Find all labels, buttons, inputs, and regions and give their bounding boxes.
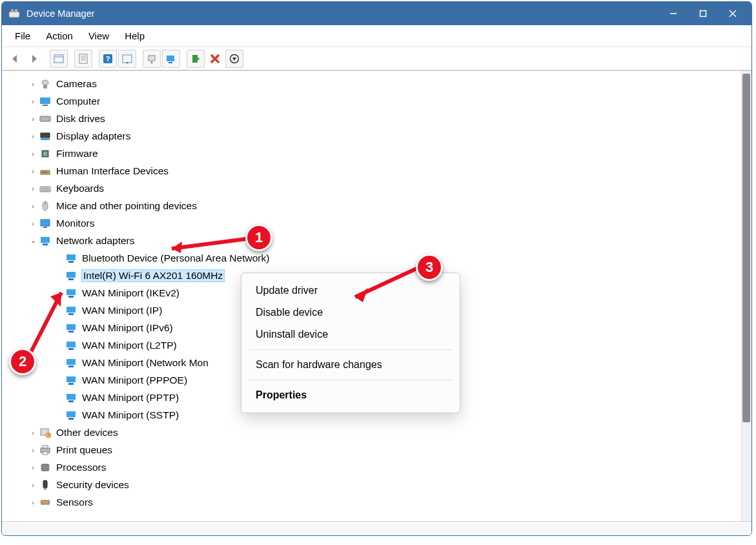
svg-rect-58 xyxy=(66,342,76,347)
expander-icon[interactable]: › xyxy=(28,218,38,229)
svg-point-25 xyxy=(42,80,48,85)
expander-icon[interactable]: › xyxy=(28,79,38,89)
expander-icon[interactable]: › xyxy=(28,480,38,490)
tree-device-btpan[interactable]: Bluetooth Device (Personal Area Network) xyxy=(10,249,741,267)
category-label: Cameras xyxy=(56,78,97,90)
scrollbar-thumb[interactable] xyxy=(742,74,750,422)
svg-rect-81 xyxy=(41,500,49,504)
update-driver-button[interactable] xyxy=(143,50,161,68)
svg-rect-60 xyxy=(66,359,76,365)
expander-icon[interactable]: › xyxy=(28,114,38,124)
annotation-badge-3: 3 xyxy=(416,254,443,281)
tree-category-sensors[interactable]: ›Sensors xyxy=(10,493,741,511)
network-adapter-icon xyxy=(65,270,77,282)
svg-rect-7 xyxy=(54,55,63,63)
vertical-scrollbar[interactable] xyxy=(741,71,751,521)
tree-category-display[interactable]: ›Display adapters xyxy=(10,127,741,145)
menu-action[interactable]: Action xyxy=(38,26,81,45)
device-label: WAN Miniport (IPv6) xyxy=(82,322,173,334)
tree-category-disk[interactable]: ›Disk drives xyxy=(10,110,741,127)
context-menu-update[interactable]: Update driver xyxy=(241,280,460,302)
svg-rect-45 xyxy=(43,227,47,228)
expander-icon[interactable]: › xyxy=(28,183,38,194)
expander-icon[interactable]: › xyxy=(28,96,38,107)
expander-icon[interactable]: › xyxy=(28,462,38,473)
minimize-button[interactable] xyxy=(659,2,688,25)
menu-file[interactable]: File xyxy=(7,26,38,45)
category-label: Firmware xyxy=(56,148,98,159)
tree-category-cameras[interactable]: ›Cameras xyxy=(10,75,741,92)
context-menu-separator xyxy=(249,380,452,380)
svg-rect-63 xyxy=(68,383,74,385)
expander-icon[interactable]: › xyxy=(28,445,38,455)
tree-category-firmware[interactable]: ›Firmware xyxy=(10,145,741,162)
category-label: Security devices xyxy=(56,479,129,491)
svg-text:?: ? xyxy=(106,55,110,63)
tree-category-other[interactable]: ›?Other devices xyxy=(10,424,741,441)
tree-category-hid[interactable]: ›Human Interface Devices xyxy=(10,162,741,180)
svg-rect-36 xyxy=(42,172,43,173)
expander-icon[interactable]: › xyxy=(28,427,38,438)
maximize-button[interactable] xyxy=(688,2,718,25)
disable-device-button[interactable] xyxy=(206,50,224,68)
category-label: Computer xyxy=(56,96,100,107)
context-menu-uninstall[interactable]: Uninstall device xyxy=(241,324,460,345)
device-label: WAN Miniport (PPPOE) xyxy=(82,375,187,386)
context-menu-scan[interactable]: Scan for hardware changes xyxy=(241,354,460,376)
category-label: Network adapters xyxy=(56,235,134,247)
annotation-badge-2: 2 xyxy=(9,348,36,375)
tree-category-computer[interactable]: ›Computer xyxy=(10,92,741,110)
svg-rect-44 xyxy=(41,220,50,226)
uninstall-device-button[interactable] xyxy=(225,50,243,68)
expander-icon[interactable]: › xyxy=(28,131,38,141)
tree-category-printq[interactable]: ›Print queues xyxy=(10,441,741,458)
svg-rect-52 xyxy=(66,289,76,295)
back-button[interactable] xyxy=(6,50,24,68)
forward-button[interactable] xyxy=(25,50,43,68)
svg-rect-9 xyxy=(79,54,87,63)
tree-category-mice[interactable]: ›Mice and other pointing devices xyxy=(10,197,741,214)
expander-icon[interactable]: ⌄ xyxy=(28,236,38,246)
category-label: Sensors xyxy=(56,497,93,508)
tree-category-netadapters[interactable]: ⌄Network adapters xyxy=(10,232,741,249)
svg-rect-27 xyxy=(40,98,50,104)
help-button[interactable]: ? xyxy=(99,50,117,68)
tree-category-monitors[interactable]: ›Monitors xyxy=(10,214,741,232)
tree-category-keyboards[interactable]: ›Keyboards xyxy=(10,180,741,197)
context-menu-disable[interactable]: Disable device xyxy=(241,302,460,324)
expander-icon[interactable]: › xyxy=(28,201,38,211)
menu-help[interactable]: Help xyxy=(117,26,152,45)
menu-view[interactable]: View xyxy=(81,26,117,45)
close-button[interactable] xyxy=(718,2,748,25)
svg-text:?: ? xyxy=(47,433,50,438)
svg-rect-54 xyxy=(66,307,76,313)
network-adapter-icon xyxy=(65,409,77,421)
mouse-icon xyxy=(39,200,51,212)
category-label: Display adapters xyxy=(56,130,130,142)
context-menu-properties[interactable]: Properties xyxy=(241,384,460,406)
tree-category-processors[interactable]: ›Processors xyxy=(10,458,741,476)
svg-rect-39 xyxy=(40,187,50,192)
svg-rect-49 xyxy=(68,261,74,263)
expander-icon[interactable]: › xyxy=(28,497,38,508)
svg-rect-53 xyxy=(68,296,74,298)
display-icon xyxy=(39,130,51,142)
svg-marker-22 xyxy=(198,57,200,60)
action-button[interactable] xyxy=(118,50,136,68)
device-label: WAN Miniport (SSTP) xyxy=(82,409,179,421)
titlebar[interactable]: Device Manager xyxy=(2,2,751,25)
svg-rect-15 xyxy=(123,55,132,63)
network-adapter-icon xyxy=(65,340,77,351)
properties-button[interactable] xyxy=(74,50,92,68)
enable-device-button[interactable] xyxy=(187,50,205,68)
network-adapter-icon xyxy=(65,392,77,404)
tree-category-security[interactable]: ›Security devices xyxy=(10,476,741,493)
scan-hardware-button[interactable] xyxy=(162,50,180,68)
expander-icon[interactable]: › xyxy=(28,149,38,159)
expander-icon[interactable]: › xyxy=(28,166,38,176)
statusbar xyxy=(2,521,751,535)
svg-rect-20 xyxy=(169,62,172,63)
network-adapter-icon xyxy=(65,287,77,299)
show-hide-console-button[interactable] xyxy=(50,50,68,68)
svg-marker-24 xyxy=(232,57,236,61)
